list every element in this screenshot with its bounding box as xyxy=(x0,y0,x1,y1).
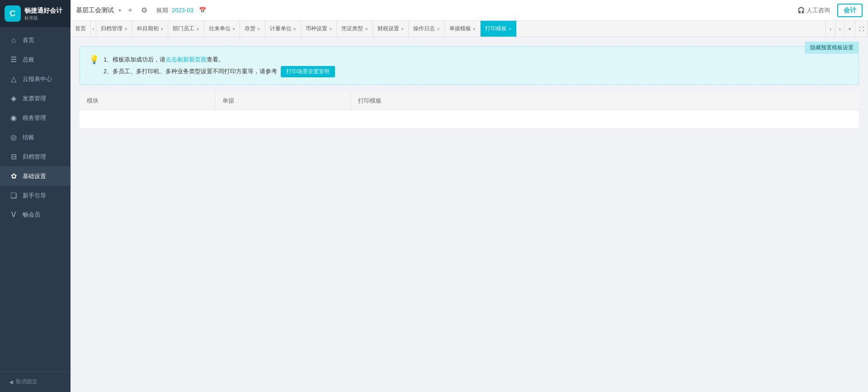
sidebar-item-ledger[interactable]: ☰ 总账 xyxy=(0,50,71,69)
logo-sub-text: 标准版 xyxy=(24,15,62,21)
table-header: 模块 单据 打印模板 xyxy=(80,92,859,110)
sidebar-item-settings[interactable]: ✿ 基础设置 xyxy=(0,166,71,186)
sidebar-item-reports[interactable]: △ 云报表中心 xyxy=(0,69,71,89)
table-body xyxy=(80,110,859,128)
col-module: 模块 xyxy=(80,92,215,109)
tab-subject-init-label: 科目期初 xyxy=(137,25,159,33)
sidebar-item-invoice-label: 发票管理 xyxy=(23,94,46,103)
tab-close-icon[interactable]: × xyxy=(257,26,260,32)
notice-line1: 1、模板添加成功后，请点击刷新新页面查看。 xyxy=(104,54,335,66)
sidebar-item-tax-label: 税务管理 xyxy=(23,114,46,122)
sidebar-item-home-label: 首页 xyxy=(23,36,34,44)
tab-close-all-button[interactable]: × xyxy=(845,21,855,37)
sidebar-item-archive[interactable]: ⊟ 归档管理 xyxy=(0,147,71,166)
ledger-icon: ☰ xyxy=(9,55,18,64)
calendar-icon[interactable]: 📅 xyxy=(199,7,206,14)
notice-text: 1、模板添加成功后，请点击刷新新页面查看。 2、多员工、多打印机、多种业务类型设… xyxy=(104,54,335,77)
headset-icon: 🎧 xyxy=(797,7,805,14)
tab-prev-button[interactable]: ‹ xyxy=(826,21,835,37)
tab-tax-settings[interactable]: 财税设置 × xyxy=(373,21,409,37)
archive-icon: ⊟ xyxy=(9,152,18,161)
tab-close-icon[interactable]: × xyxy=(232,26,235,32)
sidebar-item-member-label: 畅会员 xyxy=(23,211,40,219)
tab-operation-log[interactable]: 操作日志 × xyxy=(409,21,444,37)
notice-row: 💡 1、模板添加成功后，请点击刷新新页面查看。 2、多员工、多打印机、多种业务类… xyxy=(89,54,849,77)
tab-operation-log-label: 操作日志 xyxy=(413,25,435,33)
sidebar-item-guide[interactable]: ❑ 新手引导 xyxy=(0,186,71,205)
tab-unit-measure[interactable]: 计量单位 × xyxy=(265,21,301,37)
invoice-icon: ◈ xyxy=(9,94,18,103)
tab-close-icon[interactable]: × xyxy=(124,26,127,32)
tab-voucher-type-label: 凭证类型 xyxy=(341,25,363,33)
notice-box: 💡 1、模板添加成功后，请点击刷新新页面查看。 2、多员工、多打印机、多种业务类… xyxy=(80,46,859,85)
home-icon: ⌂ xyxy=(9,36,18,44)
sidebar-item-close[interactable]: ◎ 结账 xyxy=(0,128,71,147)
tax-icon: ◉ xyxy=(9,113,18,122)
tab-close-icon[interactable]: × xyxy=(437,26,439,32)
dropdown-icon[interactable]: ▾ xyxy=(118,7,121,14)
tab-department-staff-label: 部门员工 xyxy=(173,25,194,33)
tab-scroll-left-icon[interactable]: ‹ xyxy=(91,21,96,37)
main-area: 基层工会测试 ▾ ＋ ⚙ 账期 2023-03 📅 🎧 人工咨询 会计 首页 ‹… xyxy=(71,0,868,392)
company-name[interactable]: 基层工会测试 xyxy=(76,6,114,14)
unpin-button[interactable]: ◀ 取消固定 xyxy=(0,371,71,392)
tab-voucher-type[interactable]: 凭证类型 × xyxy=(337,21,373,37)
tab-tax-settings-label: 财税设置 xyxy=(377,25,399,33)
tab-bar-right-controls: ‹ › × ⛶ xyxy=(826,21,868,37)
hide-template-button[interactable]: 隐藏预置模板设置 xyxy=(805,42,859,54)
sidebar-item-settings-label: 基础设置 xyxy=(23,172,46,180)
tab-trade-unit-label: 往来单位 xyxy=(209,25,231,33)
unpin-label: 取消固定 xyxy=(16,378,38,386)
tab-next-button[interactable]: › xyxy=(835,21,845,37)
tab-print-template-label: 打印模板 xyxy=(485,25,507,33)
tab-close-icon[interactable]: × xyxy=(365,26,368,32)
tab-document-template[interactable]: 单据模板 × xyxy=(445,21,481,37)
settings-icon: ✿ xyxy=(9,172,18,180)
tab-currency[interactable]: 币种设置 × xyxy=(301,21,337,37)
tab-close-icon[interactable]: × xyxy=(329,26,332,32)
tab-expand-button[interactable]: ⛶ xyxy=(855,21,868,37)
tab-close-icon[interactable]: × xyxy=(473,26,476,32)
tab-inventory-label: 存货 xyxy=(245,25,255,33)
tab-close-icon[interactable]: × xyxy=(401,26,404,32)
tab-home[interactable]: 首页 xyxy=(71,21,91,37)
print-scene-button[interactable]: 打印场景设置宣明 xyxy=(281,66,335,77)
notice-refresh-link[interactable]: 点击刷新新页面 xyxy=(165,56,207,63)
tab-close-icon[interactable]: × xyxy=(509,26,511,32)
period-value[interactable]: 2023-03 xyxy=(172,7,193,14)
tab-document-template-label: 单据模板 xyxy=(449,25,471,33)
sidebar-item-member[interactable]: V 畅会员 xyxy=(0,205,71,224)
service-button[interactable]: 🎧 人工咨询 xyxy=(794,5,834,16)
tab-archive-management-label: 归档管理 xyxy=(101,25,123,33)
tab-inventory[interactable]: 存货 × xyxy=(240,21,265,37)
tab-department-staff[interactable]: 部门员工 × xyxy=(168,21,204,37)
sidebar-item-ledger-label: 总账 xyxy=(23,56,34,64)
tab-subject-init[interactable]: 科目期初 × xyxy=(132,21,168,37)
bulb-icon: 💡 xyxy=(89,55,99,65)
tab-print-template[interactable]: 打印模板 × xyxy=(481,21,516,37)
tab-bar: 首页 ‹ 归档管理 × 科目期初 × 部门员工 × 往来单位 × 存货 × 计量… xyxy=(71,21,868,37)
sidebar: C 畅捷通好会计 标准版 ⌂ 首页 ☰ 总账 △ 云报表中心 ◈ 发票管理 ◉ … xyxy=(0,0,71,392)
tab-close-icon[interactable]: × xyxy=(196,26,199,32)
sidebar-item-invoice[interactable]: ◈ 发票管理 xyxy=(0,89,71,108)
notice-line2-prefix: 2、多员工、多打印机、多种业务类型设置不同打印方案等，请参考 xyxy=(104,68,277,75)
sidebar-item-close-label: 结账 xyxy=(23,133,34,142)
tab-close-icon[interactable]: × xyxy=(160,26,163,32)
tab-close-icon[interactable]: × xyxy=(293,26,296,32)
notice-line1-suffix: 查看。 xyxy=(207,56,224,63)
tab-archive-management[interactable]: 归档管理 × xyxy=(96,21,132,37)
sidebar-item-tax[interactable]: ◉ 税务管理 xyxy=(0,108,71,128)
settings-gear-button[interactable]: ⚙ xyxy=(139,4,149,16)
guide-icon: ❑ xyxy=(9,191,18,200)
sidebar-item-home[interactable]: ⌂ 首页 xyxy=(0,31,71,50)
unpin-icon: ◀ xyxy=(9,379,13,385)
sidebar-item-guide-label: 新手引导 xyxy=(23,192,46,200)
tab-currency-label: 币种设置 xyxy=(306,25,327,33)
add-tab-button[interactable]: ＋ xyxy=(125,4,136,17)
data-table: 模块 单据 打印模板 xyxy=(80,92,859,128)
tab-trade-unit[interactable]: 往来单位 × xyxy=(204,21,240,37)
account-button[interactable]: 会计 xyxy=(837,4,863,17)
tab-unit-measure-label: 计量单位 xyxy=(270,25,292,33)
member-icon: V xyxy=(9,211,18,219)
content-area: 隐藏预置模板设置 💡 1、模板添加成功后，请点击刷新新页面查看。 2、多员工、多… xyxy=(71,37,868,392)
